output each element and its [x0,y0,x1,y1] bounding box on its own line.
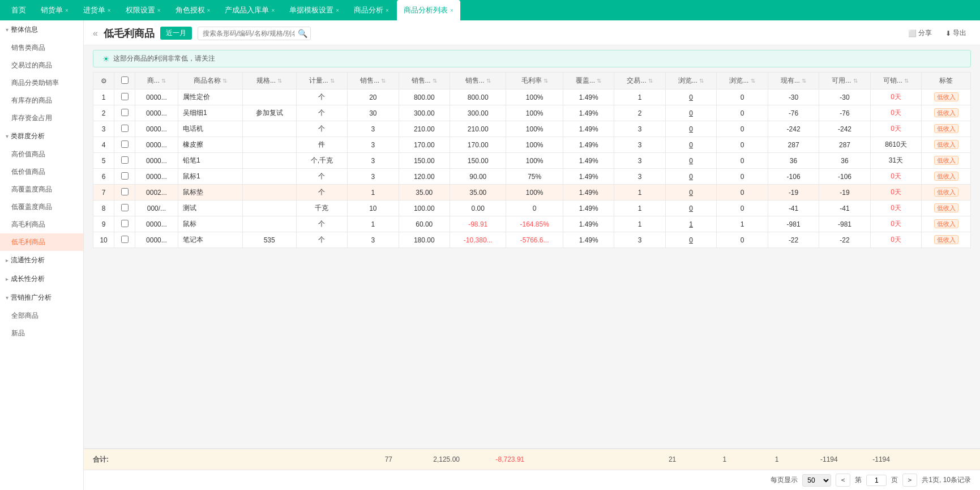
nav-role-auth-close[interactable]: × [207,7,211,14]
search-input[interactable] [198,27,311,40]
col-spec[interactable]: 规格... ⇅ [242,73,296,90]
col-sales-count[interactable]: 销售... ⇅ [348,73,399,90]
row-checkbox[interactable] [121,172,129,180]
nav-home[interactable]: 首页 [5,0,33,20]
nav-permissions-close[interactable]: × [157,7,161,14]
nav-product-entry[interactable]: 产成品入库单 × [218,0,281,20]
row-checkbox-cell[interactable] [114,169,135,185]
col-transaction[interactable]: 交易... ⇅ [614,73,665,90]
sidebar-item-category-sales-rate[interactable]: 商品分类助销率 [0,74,83,92]
nav-product-analysis-list-close[interactable]: × [450,7,453,14]
row-checkbox[interactable] [121,109,129,116]
row-checkbox-cell[interactable] [114,216,135,232]
sidebar-item-stock-fund[interactable]: 库存资金占用 [0,109,83,127]
view1-link[interactable]: 0 [689,141,693,149]
view1-link[interactable]: 0 [689,189,693,197]
sidebar-item-all-products[interactable]: 全部商品 [0,307,83,325]
col-sales-price[interactable]: 销售... ⇅ [399,73,450,90]
row-view1[interactable]: 0 [665,137,716,153]
sidebar-item-high-margin[interactable]: 高毛利商品 [0,216,83,233]
row-view1[interactable]: 0 [665,169,716,185]
row-view1[interactable]: 1 [665,216,716,232]
row-checkbox-cell[interactable] [114,137,135,153]
time-filter-button[interactable]: 近一月 [160,27,192,40]
row-checkbox[interactable] [121,156,129,164]
nav-template-settings-close[interactable]: × [336,7,339,14]
sidebar-group-cluster[interactable]: ▾ 类群度分析 [0,127,83,146]
col-settings[interactable]: ⚙ [93,73,114,90]
nav-product-entry-close[interactable]: × [271,7,275,14]
view1-link[interactable]: 0 [689,93,693,101]
view1-link[interactable]: 0 [689,204,693,212]
nav-template-settings[interactable]: 单据模板设置 × [283,0,346,20]
row-checkbox[interactable] [121,220,129,227]
col-sales-profit[interactable]: 销售... ⇅ [450,73,506,90]
row-checkbox[interactable] [121,140,129,148]
row-checkbox-cell[interactable] [114,153,135,169]
view1-link[interactable]: 0 [689,173,693,181]
view1-link[interactable]: 0 [689,125,693,133]
row-checkbox-cell[interactable] [114,105,135,121]
row-checkbox-cell[interactable] [114,121,135,137]
row-checkbox-cell[interactable] [114,232,135,248]
sidebar-item-low-margin[interactable]: 低毛利商品 [0,233,83,251]
nav-sales-order-close[interactable]: × [65,7,69,14]
row-checkbox-cell[interactable] [114,185,135,201]
col-tag[interactable]: 标签 [922,73,971,90]
sidebar-group-marketing[interactable]: ▾ 营销推广分析 [0,288,83,307]
col-current[interactable]: 现有... ⇅ [768,73,819,90]
page-num-input[interactable] [866,475,887,486]
sidebar-item-high-value[interactable]: 高价值商品 [0,146,83,163]
nav-product-analysis-close[interactable]: × [386,7,389,14]
next-page-button[interactable]: ＞ [902,474,917,487]
sidebar-group-liquidity[interactable]: ▸ 流通性分析 [0,251,83,270]
search-button[interactable]: 🔍 [298,29,307,38]
col-view2[interactable]: 浏览... ⇅ [717,73,768,90]
nav-role-auth[interactable]: 角色授权 × [169,0,217,20]
export-button[interactable]: ⬇ 导出 [941,26,971,40]
view1-link[interactable]: 0 [689,236,693,244]
col-view1[interactable]: 浏览... ⇅ [665,73,716,90]
row-name[interactable]: 橡皮擦 [178,137,242,153]
prev-page-button[interactable]: ＜ [836,474,850,487]
row-checkbox[interactable] [121,188,129,195]
row-name[interactable]: 鼠标垫 [178,185,242,201]
page-size-select[interactable]: 50 100 200 [802,474,831,487]
col-code[interactable]: 商... ⇅ [135,73,178,90]
col-coverage[interactable]: 覆盖... ⇅ [563,73,614,90]
select-all-checkbox[interactable] [121,76,129,84]
row-view1[interactable]: 0 [665,185,716,201]
sidebar-item-low-coverage[interactable]: 低覆盖度商品 [0,198,83,216]
row-checkbox[interactable] [121,93,129,100]
row-name[interactable]: 铅笔1 [178,153,242,169]
nav-purchase-close[interactable]: × [108,7,111,14]
share-button[interactable]: ⬜ 分享 [904,26,936,40]
row-checkbox[interactable] [121,204,129,211]
view1-link[interactable]: 0 [689,157,693,165]
row-view1[interactable]: 0 [665,201,716,216]
col-sellable[interactable]: 可销... ⇅ [870,73,921,90]
view1-link[interactable]: 1 [689,220,693,228]
nav-permissions[interactable]: 权限设置 × [119,0,168,20]
col-unit[interactable]: 计量... ⇅ [296,73,347,90]
view1-link[interactable]: 0 [689,109,693,117]
row-checkbox-cell[interactable] [114,90,135,105]
row-view1[interactable]: 0 [665,153,716,169]
row-checkbox[interactable] [121,236,129,243]
sidebar-item-low-value[interactable]: 低价值商品 [0,163,83,181]
sidebar-item-traded-products[interactable]: 交易过的商品 [0,57,83,74]
row-name[interactable]: 电话机 [178,121,242,137]
row-view1[interactable]: 0 [665,105,716,121]
row-view1[interactable]: 0 [665,90,716,105]
sidebar-group-growth[interactable]: ▸ 成长性分析 [0,270,83,288]
nav-product-analysis-list[interactable]: 商品分析列表 × [397,0,460,20]
sidebar-item-new-products[interactable]: 新品 [0,325,83,342]
row-name[interactable]: 吴细细1 [178,105,242,121]
row-view1[interactable]: 0 [665,121,716,137]
sidebar-item-high-coverage[interactable]: 高覆盖度商品 [0,181,83,198]
row-checkbox[interactable] [121,125,129,132]
col-available[interactable]: 可用... ⇅ [819,73,870,90]
row-view1[interactable]: 0 [665,232,716,248]
col-name[interactable]: 商品名称 ⇅ [178,73,242,90]
sidebar-item-sales-products[interactable]: 销售类商品 [0,39,83,57]
